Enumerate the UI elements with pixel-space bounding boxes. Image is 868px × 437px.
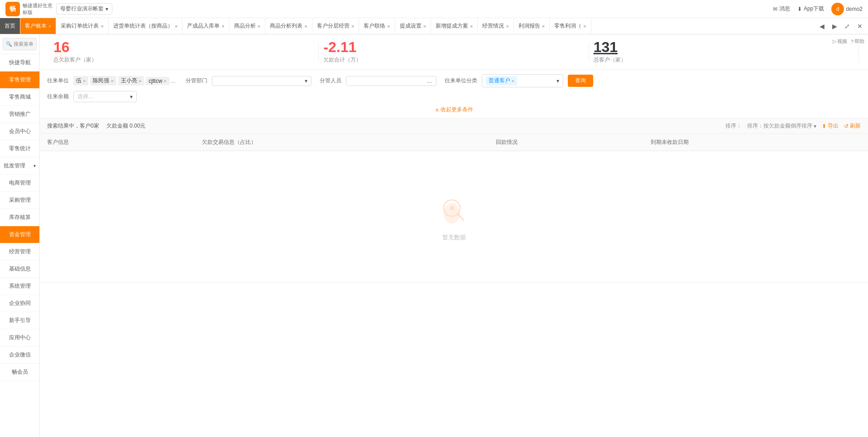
sidebar-item-retail[interactable]: 零售管理 [0,71,39,89]
tab-stock[interactable]: 进货单统计表（按商品） × [109,18,182,34]
empty-state: 暂无数据 [47,156,861,278]
remove-tag-cjttcw[interactable]: × [163,78,166,84]
table-container: 客户信息 欠款交易信息（占比） 回款情况 到期未收款日期 [40,134,868,437]
category-tag-normal: 普通客户 × [486,76,517,86]
chevron-down-icon: ▾ [34,163,36,168]
user-menu[interactable]: d demo2 [831,3,863,15]
sidebar-item-wholesale[interactable]: 批发管理 ▾ [0,157,39,175]
video-help-button[interactable]: ▷ 视频 [833,38,847,45]
sidebar-item-system[interactable]: 系统管理 [0,278,39,295]
filter-row-2: 往来余额 选择... ▾ [47,91,861,102]
tab-goods[interactable]: 商品分析 × [230,18,265,34]
sidebar-item-ecommerce[interactable]: 电商管理 [0,175,39,192]
unit-tag-cjttcw: cjttcw × [146,77,169,85]
query-button[interactable]: 查询 [568,75,593,87]
tab-accounts[interactable]: 客户账本 × [20,18,56,34]
tab-close-commission[interactable]: × [423,24,426,29]
sidebar-item-app-center[interactable]: 应用中心 [0,329,39,347]
stat-bg-icon-2: ✦ [323,38,344,66]
tab-close-operations[interactable]: × [506,24,508,29]
tab-close-goods-list[interactable]: × [304,24,307,29]
tab-contact[interactable]: 客户联络 × [359,18,395,34]
dept-select[interactable]: ▾ [212,76,312,86]
logo-text: 畅捷通好生意 标版 [23,2,53,15]
remainder-filter-label: 往来余额 [47,93,69,100]
logo-icon: 畅 [5,2,20,16]
tab-new-commission[interactable]: 新增提成方案 × [431,18,478,34]
tab-operations[interactable]: 经营情况 × [478,18,513,34]
stat-total-customers: ⊞ 131 总客户（家） [589,40,859,64]
tab-close-contact[interactable]: × [387,24,390,29]
tab-products[interactable]: 产成品入库单 × [182,18,229,34]
sidebar-item-inventory[interactable]: 库存核算 [0,209,39,226]
app-download-button[interactable]: ⬇ App下载 [797,5,824,13]
remove-tag-wu[interactable]: × [83,78,86,84]
tab-close-purchase[interactable]: × [101,24,103,29]
tab-customer-tier[interactable]: 客户分层经营 × [312,18,359,34]
main-layout: 🔍 搜索菜单 快捷导航 零售管理 零售商城 营销推广 会员中心 零售统计 批发管… [0,34,868,437]
sidebar-item-guide[interactable]: 新手引导 [0,312,39,329]
sidebar-item-retail-mall[interactable]: 零售商城 [0,89,39,106]
tab-scroll-right[interactable]: ▶ [829,21,840,32]
tab-commission[interactable]: 提成设置 × [395,18,431,34]
unit-filter-label: 往来单位 [47,77,69,85]
tab-close-all[interactable]: ✕ [854,21,865,32]
tab-close-stock[interactable]: × [175,24,177,29]
remove-tag-chen[interactable]: × [110,78,113,84]
dept-filter-label: 分管部门 [186,77,207,85]
download-icon: ⬇ [797,6,802,12]
tab-home[interactable]: 首页 [0,18,20,34]
refresh-button[interactable]: ↺ 刷新 [844,122,861,130]
remove-tag-normal[interactable]: × [512,78,514,84]
export-button[interactable]: ⬆ 导出 [822,122,839,130]
tab-retail-profit[interactable]: 零售利润（ × [550,18,591,34]
unit-tag-wu: 伍 × [73,76,88,86]
tab-close-retail-profit[interactable]: × [583,24,586,29]
empty-text: 暂无数据 [442,233,466,242]
stat-overdue-total: ✦ -2.11 欠款合计（万） [319,40,589,64]
sidebar-search-button[interactable]: 🔍 搜索菜单 [3,38,37,50]
sidebar-item-marketing[interactable]: 营销推广 [0,106,39,123]
org-selector[interactable]: 母婴行业演示帐套 ▾ [56,3,112,14]
stat-help-area: ▷ 视频 ? 帮助 [833,38,864,45]
nav-tab-controls: ◀ ▶ ⤢ ✕ [814,21,868,32]
unit-tag-chen: 陈民强 × [90,76,116,86]
sidebar-item-wechat[interactable]: 企业微信 [0,347,39,364]
tab-goods-list[interactable]: 商品分析列表 × [265,18,312,34]
topbar-left: 畅 畅捷通好生意 标版 母婴行业演示帐套 ▾ [5,2,112,16]
remainder-select[interactable]: 选择... ▾ [73,91,137,102]
sidebar-item-finance[interactable]: 资金管理 [0,226,39,243]
tab-purchase[interactable]: 采购订单统计表 × [56,18,108,34]
chevron-up-icon: ∧ [435,107,439,113]
avatar: d [831,3,844,15]
sidebar-item-retail-stats[interactable]: 零售统计 [0,140,39,157]
remove-tag-wang[interactable]: × [139,78,141,84]
category-select[interactable]: 普通客户 × ▾ [482,74,563,87]
export-icon: ⬆ [822,123,826,129]
person-filter-label: 分管人员 [320,77,341,85]
sort-button[interactable]: 排序：按欠款金额倒序排序 ▾ [747,122,816,130]
sidebar-item-quick-nav[interactable]: 快捷导航 [0,54,39,71]
sidebar-item-purchase[interactable]: 采购管理 [0,192,39,209]
sidebar-item-vip[interactable]: 畅会员 [0,364,39,381]
tab-close-customer-tier[interactable]: × [351,24,354,29]
person-input[interactable]: … [346,76,436,86]
main-table: 客户信息 欠款交易信息（占比） 回款情况 到期未收款日期 [40,134,868,283]
tab-close-products[interactable]: × [221,24,224,29]
unit-more-button[interactable]: ... [171,78,176,84]
sidebar-item-member[interactable]: 会员中心 [0,123,39,140]
sidebar-item-basic-info[interactable]: 基础信息 [0,261,39,278]
tab-scroll-left[interactable]: ◀ [816,21,827,32]
sidebar-item-enterprise[interactable]: 企业协同 [0,295,39,312]
collapse-button[interactable]: ∧ 收起更多条件 [47,106,861,114]
tab-maximize[interactable]: ⤢ [842,21,853,32]
tab-close-goods[interactable]: × [258,24,260,29]
sidebar-item-operations-mgmt[interactable]: 经营管理 [0,243,39,261]
tab-profit[interactable]: 利润报告 × [514,18,550,34]
message-button[interactable]: ✉ 消息 [773,5,790,13]
tab-close-accounts[interactable]: × [48,24,51,29]
tab-close-new-commission[interactable]: × [470,24,473,29]
col-customer-info: 客户信息 [40,134,195,151]
help-button[interactable]: ? 帮助 [851,38,864,45]
tab-close-profit[interactable]: × [542,24,545,29]
